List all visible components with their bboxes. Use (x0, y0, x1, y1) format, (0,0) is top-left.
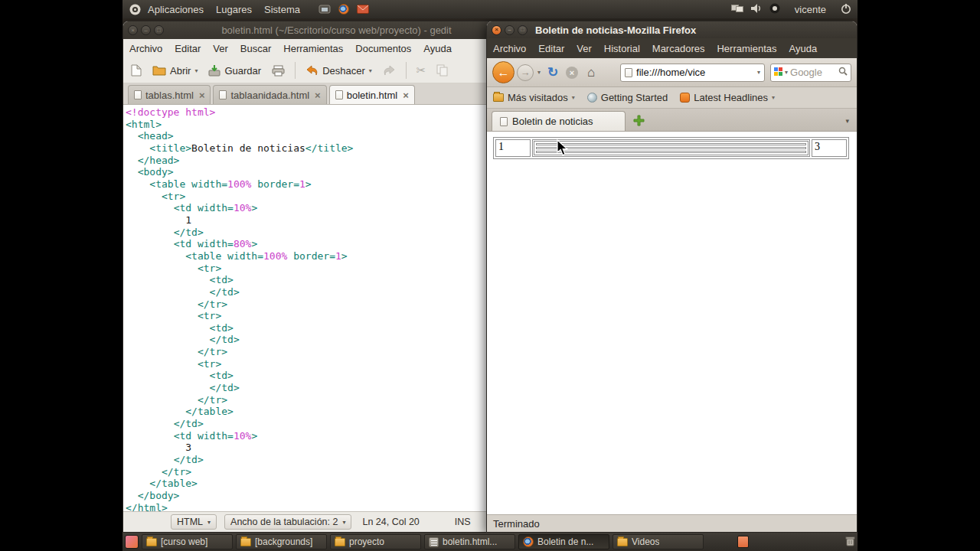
show-desktop-button[interactable] (125, 535, 139, 549)
screenshot-launcher-icon[interactable] (318, 3, 332, 16)
mail-launcher-icon[interactable] (357, 3, 370, 16)
close-window-icon[interactable]: × (492, 25, 501, 35)
tab-list-dropdown-icon[interactable]: ▾ (845, 117, 852, 125)
redo-button[interactable] (378, 63, 400, 78)
maximize-window-icon[interactable]: □ (518, 25, 528, 35)
close-window-icon[interactable]: × (128, 25, 138, 35)
gedit-menu-editar[interactable]: Editar (168, 39, 207, 58)
search-input[interactable] (790, 67, 836, 78)
taskbar-videos[interactable]: Videos (612, 534, 704, 549)
bookmark-latest-headlines[interactable]: Latest Headlines▾ (680, 92, 775, 103)
code-line: </tr> (126, 346, 514, 358)
new-tab-button[interactable] (632, 113, 645, 127)
firefox-launcher-icon[interactable] (338, 3, 351, 16)
gedit-tab-tablaanidada-html[interactable]: tablaanidada.html× (213, 85, 326, 104)
firefox-menu-ver[interactable]: Ver (570, 38, 598, 58)
firefox-menu-historial[interactable]: Historial (598, 38, 646, 58)
home-button[interactable]: ⌂ (583, 64, 599, 81)
firefox-menu-editar[interactable]: Editar (532, 38, 570, 58)
taskbar--backgrounds-[interactable]: [backgrounds] (236, 534, 327, 549)
panel-menu-sistema[interactable]: Sistema (258, 0, 306, 18)
panel-menu-aplicaciones[interactable]: Aplicaciones (142, 0, 210, 18)
chevron-down-icon: ▾ (772, 94, 775, 101)
gedit-menu-ver[interactable]: Ver (207, 39, 234, 58)
undo-button[interactable]: Deshacer▾ (301, 63, 377, 79)
firefox-tab-boletin[interactable]: Boletin de noticias (492, 111, 626, 131)
bookmark-getting-started[interactable]: Getting Started (587, 92, 668, 103)
close-tab-icon[interactable]: × (315, 90, 321, 101)
back-button[interactable]: ← (492, 61, 514, 83)
firefox-menu-archivo[interactable]: Archivo (487, 38, 532, 58)
search-engine-icon[interactable] (774, 67, 782, 78)
new-document-button[interactable] (126, 62, 146, 79)
session-chat-icon[interactable] (769, 3, 780, 16)
gedit-menubar: ArchivoEditarVerBuscarHerramientasDocume… (123, 39, 514, 58)
user-menu[interactable]: vicente (788, 0, 833, 18)
gedit-window: × – □ boletin.html (~/Escritorio/curso w… (122, 21, 514, 533)
gedit-menu-herramientas[interactable]: Herramientas (277, 39, 349, 58)
gedit-tab-boletin-html[interactable]: boletin.html× (329, 85, 415, 104)
panel-applet-icon[interactable] (737, 536, 749, 548)
url-input[interactable] (636, 67, 753, 78)
gedit-tab-tablas-html[interactable]: tablas.html× (128, 85, 211, 104)
taskbar-boletin-html-[interactable]: boletin.html... (424, 534, 515, 549)
firefox-window: × – □ Boletin de noticias-Mozilla Firefo… (486, 21, 858, 533)
code-line: </table> (126, 406, 514, 418)
firefox-menu-marcadores[interactable]: Marcadores (646, 38, 711, 58)
gedit-menu-documentos[interactable]: Documentos (349, 39, 417, 58)
folder-icon (617, 538, 628, 546)
refresh-button[interactable]: ↻ (544, 64, 561, 81)
firefox-menu-ayuda[interactable]: Ayuda (782, 38, 823, 58)
history-dropdown-icon[interactable]: ▾ (536, 69, 542, 76)
gedit-icon (429, 537, 439, 547)
gedit-titlebar[interactable]: × – □ boletin.html (~/Escritorio/curso w… (123, 21, 514, 39)
print-button[interactable] (267, 63, 289, 79)
network-icon[interactable] (731, 4, 743, 15)
forward-button[interactable]: → (517, 64, 534, 81)
save-button[interactable]: Guardar (204, 62, 266, 79)
firefox-titlebar[interactable]: × – □ Boletin de noticias-Mozilla Firefo… (487, 21, 857, 38)
panel-menu-lugares[interactable]: Lugares (210, 0, 258, 18)
gedit-text-area[interactable]: <!doctype html><html> <head> <title>Bole… (123, 105, 514, 511)
volume-icon[interactable] (751, 4, 762, 15)
copy-button[interactable] (432, 62, 452, 79)
chevron-down-icon: ▾ (342, 519, 345, 526)
gedit-statusbar: HTML▾ Ancho de la tabulación: 2▾ Ln 24, … (123, 511, 514, 532)
close-tab-icon[interactable]: × (403, 90, 409, 101)
taskbar-boletin-de-n-[interactable]: Boletin de n... (518, 534, 609, 549)
search-box: ▾ (770, 64, 851, 82)
gedit-menu-archivo[interactable]: Archivo (123, 39, 168, 58)
gedit-menu-buscar[interactable]: Buscar (234, 39, 277, 58)
language-combo[interactable]: HTML▾ (171, 514, 217, 530)
taskbar-proyecto[interactable]: proyecto (330, 534, 421, 549)
document-icon (134, 90, 142, 99)
toolbar-separator (406, 62, 407, 79)
taskbar--curso-web-[interactable]: [curso web] (142, 534, 233, 549)
code-line: </td> (126, 454, 514, 466)
undo-dropdown-icon[interactable]: ▾ (369, 67, 372, 74)
minimize-window-icon[interactable]: – (505, 25, 514, 35)
gedit-tab-bar: tablas.html×tablaanidada.html×boletin.ht… (123, 83, 514, 105)
gedit-menu-ayuda[interactable]: Ayuda (417, 39, 458, 58)
tab-width-combo[interactable]: Ancho de la tabulación: 2▾ (224, 514, 351, 530)
code-line: <td width=10%> (126, 202, 514, 214)
code-line: <td width=10%> (126, 430, 514, 442)
maximize-window-icon[interactable]: □ (154, 25, 164, 35)
document-icon (335, 90, 343, 99)
gedit-window-title: boletin.html (~/Escritorio/curso web/pro… (164, 24, 509, 36)
ubuntu-logo-icon[interactable] (129, 3, 142, 16)
firefox-menu-herramientas[interactable]: Herramientas (710, 38, 782, 58)
trash-icon[interactable] (845, 536, 855, 549)
url-dropdown-icon[interactable]: ▾ (757, 69, 760, 76)
shutdown-icon[interactable] (841, 3, 851, 16)
code-line: </html> (126, 502, 514, 511)
open-button[interactable]: Abrir▾ (148, 63, 202, 79)
open-dropdown-icon[interactable]: ▾ (194, 67, 198, 74)
minimize-window-icon[interactable]: – (141, 25, 151, 35)
search-engine-dropdown-icon[interactable]: ▾ (785, 69, 788, 76)
cut-button[interactable]: ✂ (412, 61, 431, 80)
close-tab-icon[interactable]: × (199, 90, 205, 101)
bookmark-ma-s-visitados[interactable]: Más visitados▾ (493, 92, 575, 103)
stop-button[interactable]: × (564, 64, 580, 81)
search-magnifier-icon[interactable] (838, 67, 848, 78)
